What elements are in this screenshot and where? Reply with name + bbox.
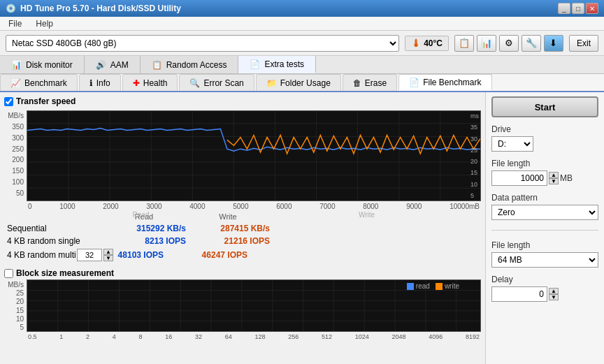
delay-spinner: ▲ ▼ (549, 288, 559, 300)
tab-health[interactable]: ✚ Health (122, 74, 178, 91)
start-button[interactable]: Start (491, 96, 598, 117)
data-pattern-label: Data pattern (491, 193, 598, 203)
table-row: 4 KB random single 8213 IOPS 21216 IOPS (4, 235, 481, 247)
maximize-button[interactable]: □ (572, 3, 584, 14)
benchmark-icon: 📈 (10, 78, 21, 88)
disk-monitor-label: Disk monitor (26, 60, 73, 70)
error-scan-label: Error Scan (203, 78, 243, 88)
toolbar-btn-2[interactable]: 📊 (477, 35, 496, 52)
folder-usage-label: Folder Usage (280, 78, 331, 88)
file-length-down[interactable]: ▼ (549, 178, 559, 184)
block-size-label: Block size measurement (16, 268, 114, 278)
aam-icon: 🔊 (96, 60, 106, 70)
delay-input[interactable] (491, 286, 547, 302)
extra-tests-icon: 📄 (250, 59, 260, 69)
toolbar-icons: 📋 📊 ⚙ 🔧 ⬇ (454, 35, 563, 52)
extra-tests-label: Extra tests (264, 59, 304, 69)
file-benchmark-label: File Benchmark (423, 78, 481, 87)
file-length-2-select[interactable]: 64 MB (491, 252, 598, 268)
file-length-2-field-group: File length 64 MB (491, 240, 598, 268)
data-pattern-field-group: Data pattern Zero (491, 193, 598, 220)
toolbar-btn-3[interactable]: ⚙ (499, 35, 519, 52)
transfer-speed-label: Transfer speed (16, 96, 76, 106)
health-icon: ✚ (133, 78, 140, 88)
block-chart: read write (27, 279, 481, 332)
4kb-multi-write: 46247 IOPS (164, 250, 247, 260)
toolbar-btn-4[interactable]: 🔧 (522, 35, 541, 52)
info-label: Info (96, 78, 110, 88)
close-button[interactable]: ✕ (586, 3, 598, 14)
legend-write-label: write (445, 282, 459, 290)
menu-file[interactable]: File (6, 18, 24, 29)
chart-left-axis-label: MB/s (8, 112, 24, 119)
title-bar: 💿 HD Tune Pro 5.70 - Hard Disk/SSD Utili… (0, 0, 604, 17)
app-title: HD Tune Pro 5.70 - Hard Disk/SSD Utility (20, 3, 181, 13)
drive-field-group: Drive D: (491, 124, 598, 152)
4kb-multi-label: 4 KB random multi (7, 250, 77, 260)
block-legend: read write (407, 282, 459, 290)
tab-erase[interactable]: 🗑 Erase (343, 74, 397, 91)
read-label: Read (28, 211, 254, 219)
file-length-field-group: File length ▲ ▼ MB (491, 159, 598, 186)
sequential-write: 287415 KB/s (186, 224, 270, 233)
transfer-chart: ms 35 30 25 20 15 10 5 (27, 110, 481, 201)
tab-aam[interactable]: 🔊 AAM (85, 56, 141, 73)
tab-benchmark[interactable]: 📈 Benchmark (0, 74, 78, 91)
app-icon: 💿 (6, 3, 16, 13)
temperature-badge: 🌡 40°C (405, 36, 449, 51)
main-content: Transfer speed MB/s 350 300 250 200 150 … (0, 92, 604, 364)
block-left-axis-label: MB/s (8, 281, 24, 289)
file-length-up[interactable]: ▲ (549, 172, 559, 178)
right-panel: Start Drive D: File length ▲ ▼ MB (485, 92, 604, 364)
multi-spinner-input[interactable] (77, 249, 102, 261)
transfer-x-axis: 0 1000 2000 3000 4000 5000 6000 7000 800… (27, 203, 481, 210)
exit-button[interactable]: Exit (569, 35, 598, 52)
transfer-speed-checkbox-label[interactable]: Transfer speed (4, 96, 76, 106)
right-axis-label-ms: ms (470, 112, 479, 119)
block-size-checkbox[interactable] (4, 269, 13, 278)
tab-folder-usage[interactable]: 📁 Folder Usage (256, 74, 341, 91)
random-access-label: Random Access (166, 60, 227, 70)
4kb-multi-read: 48103 IOPS (102, 250, 164, 260)
divider (491, 230, 598, 231)
svg-rect-0 (27, 111, 480, 201)
legend-read-label: read (416, 282, 430, 290)
multi-spinner[interactable]: ▲ ▼ (77, 249, 102, 261)
tab-info[interactable]: ℹ Info (79, 74, 121, 91)
benchmark-label: Benchmark (24, 78, 67, 88)
title-bar-left: 💿 HD Tune Pro 5.70 - Hard Disk/SSD Utili… (6, 3, 181, 13)
minimize-button[interactable]: _ (558, 3, 570, 14)
file-length-spinner: ▲ ▼ (549, 172, 559, 184)
block-size-header: Block size measurement (4, 268, 481, 278)
tab-random-access[interactable]: 📋 Random Access (141, 56, 239, 73)
tab-disk-monitor[interactable]: 📊 Disk monitor (0, 56, 85, 73)
file-length-unit: MB (560, 173, 573, 183)
delay-up[interactable]: ▲ (549, 288, 559, 294)
tab-extra-tests[interactable]: 📄 Extra tests (238, 56, 316, 73)
file-length-input-row: ▲ ▼ MB (491, 170, 598, 186)
temperature-icon: 🌡 (411, 38, 421, 49)
transfer-speed-checkbox[interactable] (4, 97, 13, 106)
sequential-read: 315292 KB/s (102, 224, 186, 233)
block-size-checkbox-label[interactable]: Block size measurement (4, 268, 114, 278)
write-label: Write (254, 211, 480, 219)
4kb-single-label: 4 KB random single (7, 236, 102, 246)
legend-read: read (407, 282, 430, 290)
data-pattern-select[interactable]: Zero (491, 205, 598, 220)
delay-field-group: Delay ▲ ▼ (491, 275, 598, 302)
random-access-icon: 📋 (152, 60, 162, 70)
device-select[interactable]: Netac SSD 480GB (480 gB) (6, 35, 399, 52)
error-scan-icon: 🔍 (189, 78, 200, 88)
delay-down[interactable]: ▼ (549, 294, 559, 300)
legend-write: write (436, 282, 459, 290)
toolbar-btn-5[interactable]: ⬇ (544, 35, 563, 52)
transfer-speed-header: Transfer speed (4, 96, 481, 106)
tab-error-scan[interactable]: 🔍 Error Scan (179, 74, 254, 91)
toolbar-btn-1[interactable]: 📋 (454, 35, 474, 52)
drive-select[interactable]: D: (491, 136, 533, 152)
tab-row-1: 📊 Disk monitor 🔊 AAM 📋 Random Access 📄 E… (0, 56, 604, 74)
file-length-input[interactable] (491, 170, 547, 186)
menu-help[interactable]: Help (33, 18, 56, 29)
tab-file-benchmark[interactable]: 📄 File Benchmark (398, 74, 491, 91)
delay-label: Delay (491, 275, 598, 284)
